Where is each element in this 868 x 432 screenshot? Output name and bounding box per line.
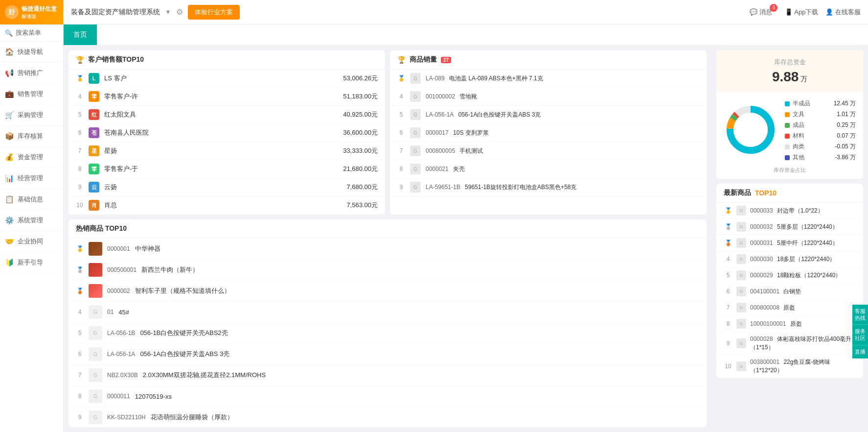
hot-rank-8: 8 [76, 393, 84, 400]
customer-name: 苍南县人民医院 [104, 128, 338, 137]
legend-item: 半成品 12.45 万 [785, 99, 856, 108]
table-row: 8 G 0000021 夹壳 [390, 160, 707, 178]
app-download-item[interactable]: 📱 App下载 [785, 8, 818, 17]
prod-info: 001000002 雪地靴 [426, 93, 699, 101]
new-prod-thumb: G [736, 303, 746, 312]
table-row: 6 G 0000017 10S 变刹罗浆 [390, 124, 707, 142]
new-prod-code: 0000032 [750, 223, 773, 230]
purchase-icon: 🛒 [5, 111, 14, 120]
sidebar-label-basic-info: 基础信息 [18, 195, 43, 204]
new-prod-name: 原盔 [790, 320, 802, 327]
hot-product-image [89, 263, 102, 277]
cs-hotline-btn[interactable]: 客服热线 [852, 305, 868, 325]
hot-prod-code: 0000001 [107, 245, 130, 252]
new-rank-9: 9 [724, 340, 732, 347]
new-rank-10: 10 [724, 363, 732, 370]
sidebar-label-finance: 资金管理 [18, 153, 43, 162]
customer-rank-header: 🏆 客户销售额TOP10 [69, 50, 385, 70]
list-item: 7 G NB2.0X30B 2.0X30MM双搓花轴,搓花直径2.1MM/ROH… [69, 365, 707, 386]
hot-product-image [89, 284, 102, 298]
message-item[interactable]: 💬 消息 6 [750, 8, 777, 17]
new-prod-thumb: G [736, 270, 746, 280]
prod-thumb: G [410, 145, 421, 156]
new-rank-6: 6 [724, 288, 732, 295]
prod-info: 000800005 手机测试 [426, 147, 699, 155]
system-title: 装备及固定资产辅助管理系统 [71, 8, 160, 17]
avatar: L [89, 73, 99, 84]
sidebar-label-collab: 企业协同 [18, 237, 43, 246]
hot-product-placeholder: G [89, 326, 102, 340]
new-prod-thumb: G [736, 319, 746, 329]
sidebar-label-quicknav: 快捷导航 [18, 48, 43, 56]
prod-name: 59651-1B旋转投影灯电池盒ABS黑色+58克 [465, 184, 576, 191]
prod-code: 0000017 [426, 129, 449, 136]
cs-live-btn[interactable]: 直播 [852, 345, 868, 359]
sidebar-item-purchase[interactable]: 🛒 采购管理 [0, 105, 63, 126]
list-item: 9 G 0000028 体彬嘉枝味苏打饮品400毫升（1*15） [716, 332, 863, 355]
settings-icon[interactable]: ⚙ [176, 7, 183, 17]
operations-icon: 📊 [5, 174, 14, 183]
new-prod-info: 0000029 18颗粒板（1220*2440） [750, 271, 856, 280]
prod-name: 10S 变刹罗浆 [453, 129, 489, 136]
new-prod-name: 18颗粒板（1220*2440） [777, 272, 841, 279]
prod-name: 电池盖 LA-089 ABS本色+黑种 7.1克 [449, 75, 543, 82]
tab-home[interactable]: 首页 [64, 24, 97, 45]
prod-name: 雪地靴 [459, 93, 477, 100]
sidebar-item-quicknav[interactable]: 🏠 快捷导航 [0, 42, 63, 63]
rank-num-prod-4: 4 [397, 93, 405, 100]
avatar: 云 [89, 182, 99, 192]
cs-community-btn[interactable]: 服务社区 [852, 325, 868, 345]
customer-amount: 36,600.00元 [343, 128, 378, 137]
search-menu[interactable]: 🔍 搜索菜单 [0, 24, 63, 42]
legend-dot [785, 144, 790, 149]
list-item: 🥇 G 0000033 封边带（1.0*22） [716, 203, 863, 219]
hot-prod-name: 056-1A白色按键开关盖ABS 3壳 [140, 350, 229, 359]
hot-product-placeholder: G [89, 410, 102, 424]
sidebar-label-system: 系统管理 [18, 216, 43, 225]
prod-code: 000800005 [426, 147, 455, 154]
list-item: 5 G LA-056-1B 056-1B白色按键开关壳ABS2壳 [69, 323, 707, 344]
prod-code: LA-056-1A [426, 111, 454, 118]
new-medal-1: 🥇 [724, 207, 732, 214]
try-btn[interactable]: 体验行业方案 [188, 5, 240, 20]
hot-rank-7: 7 [76, 372, 84, 379]
online-service-item[interactable]: 👤 在线客服 [825, 8, 861, 17]
hot-prod-code: LA-056-1A [107, 351, 135, 358]
sidebar-item-system[interactable]: ⚙️ 系统管理 [0, 210, 63, 231]
new-prod-name: 原盔 [783, 304, 795, 311]
sidebar-item-operations[interactable]: 📊 经营管理 [0, 168, 63, 189]
stock-total-value-row: 9.88 万 [724, 69, 856, 85]
avatar: 零 [89, 91, 99, 102]
legend-dot [785, 155, 790, 160]
new-prod-code: 000800008 [750, 304, 779, 311]
list-item: 7 G 000800008 原盔 [716, 300, 863, 316]
legend-dot [785, 101, 790, 106]
legend-value: 0.07 万 [837, 132, 856, 140]
sidebar-item-inventory[interactable]: 📦 库存核算 [0, 126, 63, 147]
sidebar-item-collab[interactable]: 🤝 企业协同 [0, 231, 63, 252]
hot-prod-name: 056-1B白色按键开关壳ABS2壳 [140, 329, 228, 337]
new-products-title: 最新商品 [724, 189, 751, 197]
new-prod-code: 0000029 [750, 272, 773, 279]
inventory-icon: 📦 [5, 132, 14, 141]
sidebar-item-sales[interactable]: 💼 销售管理 [0, 84, 63, 105]
hot-medal-1: 🥇 [76, 245, 84, 252]
basic-info-icon: 📋 [5, 195, 14, 204]
legend-value: -0.05 万 [835, 143, 856, 151]
rank-num-prod-6: 6 [397, 129, 405, 136]
hot-products-header: 热销商品 TOP10 [69, 219, 707, 239]
sidebar-item-basic-info[interactable]: 📋 基础信息 [0, 189, 63, 210]
sidebar-item-guide[interactable]: 🔰 新手引导 [0, 252, 63, 273]
hot-prod-name: 新西兰牛肉（新牛） [141, 265, 199, 274]
table-row: 9 G LA-59651-1B 59651-1B旋转投影灯电池盒ABS黑色+58… [390, 178, 707, 196]
new-prod-thumb: G [736, 254, 746, 264]
search-icon: 🔍 [5, 29, 13, 37]
sidebar-item-finance[interactable]: 💰 资金管理 [0, 147, 63, 168]
nav-tabs: 首页 [64, 24, 868, 46]
sidebar-item-marketing[interactable]: 📢 营销推广 [0, 63, 63, 84]
prod-thumb: G [410, 91, 421, 102]
list-item: 🥉 G 0000031 5厘中纤（1220*2440） [716, 235, 863, 251]
prod-info: 0000021 夹壳 [426, 165, 699, 173]
hot-prod-name: 中华神器 [135, 244, 160, 253]
hot-rank-9: 9 [76, 414, 84, 421]
